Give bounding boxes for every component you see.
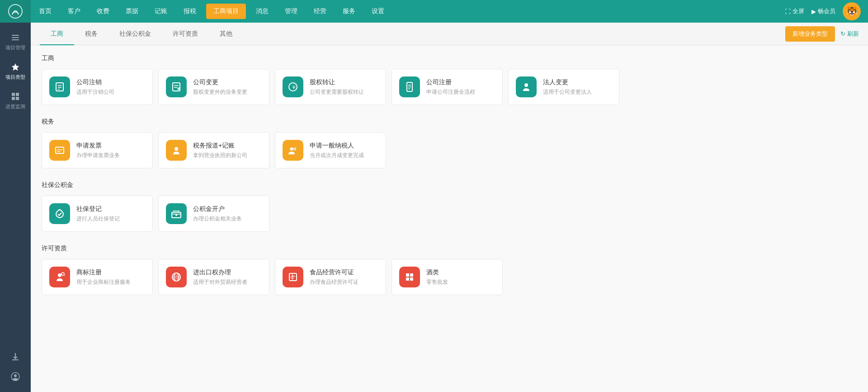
- svg-rect-7: [12, 97, 15, 100]
- card-desc: 适用于对外贸易经营者: [193, 278, 262, 286]
- card-icon-social: [49, 203, 70, 224]
- section-title-social: 社保公积金: [42, 181, 857, 189]
- card-icon-company-cancel: [49, 76, 70, 97]
- card-title: 公积金开户: [193, 205, 262, 213]
- card-desc: 办理食品经营许可证: [310, 278, 378, 286]
- business-cards: 公司注销 适用于注销公司 公司变更: [42, 69, 857, 105]
- card-trademark[interactable]: 商标注册 用于企业商标注册服务: [42, 259, 153, 295]
- nav-items: 首页 客户 收费 票据 记账 报税 工商项目 消息 管理 经营 服务 设置: [31, 0, 785, 23]
- card-desc: 办理公积金相关业务: [193, 215, 262, 223]
- card-title: 申请发票: [76, 142, 145, 150]
- svg-line-38: [64, 275, 65, 276]
- sidebar-item-project-type[interactable]: 项目类型: [0, 57, 31, 86]
- card-info-invoice: 申请发票 办理申请发票业务: [76, 142, 145, 159]
- card-legal-change[interactable]: 法人变更 适用于公司变更法人: [508, 69, 619, 105]
- vip-button[interactable]: ▶ 畅会员: [811, 7, 835, 15]
- card-icon-equity: ￥: [283, 76, 303, 97]
- sidebar-bottom: [7, 349, 24, 392]
- card-desc: 拿到营业执照的新公司: [193, 152, 262, 159]
- card-title: 食品经营许可证: [310, 268, 378, 277]
- card-icon-food: [283, 267, 303, 287]
- sidebar: 项目管理 项目类型 进度监测: [0, 23, 31, 392]
- sidebar-item-progress[interactable]: 进度监测: [0, 86, 31, 115]
- card-title: 股权转让: [310, 78, 378, 86]
- card-company-register[interactable]: 公司注册 申请公司注册全流程: [392, 69, 503, 105]
- section-title-tax: 税务: [42, 118, 857, 126]
- svg-rect-5: [12, 93, 15, 96]
- card-social-insurance[interactable]: 社保登记 进行人员社保登记: [42, 196, 153, 232]
- nav-customer[interactable]: 客户: [60, 0, 89, 23]
- svg-rect-48: [406, 273, 409, 277]
- svg-rect-2: [12, 37, 19, 38]
- card-food-license[interactable]: 食品经营许可证 办理食品经营许可证: [275, 259, 386, 295]
- card-equity-transfer[interactable]: ￥ 股权转让 公司变更需要股权转让: [275, 69, 386, 105]
- card-housing-fund[interactable]: 公积金开户 办理公积金相关业务: [158, 196, 269, 232]
- card-company-change[interactable]: 公司变更 股权变更外的业务变更: [158, 69, 269, 105]
- svg-point-31: [290, 148, 293, 151]
- card-title: 进出口权办理: [193, 268, 262, 277]
- svg-rect-3: [12, 39, 19, 40]
- license-cards: 商标注册 用于企业商标注册服务: [42, 259, 857, 295]
- download-icon[interactable]: [7, 349, 24, 365]
- svg-rect-6: [16, 93, 19, 96]
- fullscreen-icon: ⛶: [785, 8, 791, 15]
- card-info-trade: 进出口权办理 适用于对外贸易经营者: [193, 268, 262, 286]
- svg-rect-1: [12, 35, 19, 36]
- nav-home[interactable]: 首页: [31, 0, 60, 23]
- svg-point-36: [58, 273, 61, 277]
- card-general-taxpayer[interactable]: 申请一般纳税人 当月或次月成变更完成: [275, 132, 386, 168]
- card-alcohol[interactable]: 酒类 零售批发: [392, 259, 503, 295]
- scroll-content[interactable]: 工商 公司注销 适用于注销公司: [31, 45, 868, 392]
- svg-point-11: [14, 374, 17, 377]
- tab-business[interactable]: 工商: [40, 23, 74, 45]
- nav-service[interactable]: 服务: [335, 0, 363, 23]
- grid-icon: [10, 91, 20, 101]
- svg-point-19: [177, 87, 180, 90]
- nav-settings[interactable]: 设置: [363, 0, 392, 23]
- nav-business[interactable]: 工商项目: [206, 4, 246, 19]
- sidebar-item-project-manage[interactable]: 项目管理: [0, 27, 31, 57]
- nav-operation[interactable]: 经营: [306, 0, 335, 23]
- list-icon: [10, 33, 20, 43]
- user-face-icon[interactable]: [7, 368, 24, 385]
- refresh-icon: ↻: [840, 30, 845, 37]
- nav-message[interactable]: 消息: [248, 0, 277, 23]
- card-title: 商标注册: [76, 268, 145, 277]
- card-icon-legal: [516, 76, 537, 97]
- card-icon-taxpayer: [283, 140, 303, 161]
- tab-social-insurance[interactable]: 社保公积金: [108, 23, 162, 45]
- tab-license[interactable]: 许可资质: [162, 23, 209, 45]
- tab-tax[interactable]: 税务: [74, 23, 108, 45]
- svg-rect-8: [16, 97, 19, 100]
- card-tax-report[interactable]: 税务报道+记账 拿到营业执照的新公司: [158, 132, 269, 168]
- card-desc: 股权变更外的业务变更: [193, 88, 262, 96]
- svg-rect-50: [406, 277, 409, 281]
- tab-other[interactable]: 其他: [209, 23, 243, 45]
- nav-fee[interactable]: 收费: [89, 0, 118, 23]
- mascot-avatar[interactable]: 🐯: [843, 2, 861, 20]
- card-icon-register: [399, 76, 420, 97]
- nav-accounting[interactable]: 记账: [146, 0, 175, 23]
- social-cards: 社保登记 进行人员社保登记 公积金开户: [42, 196, 857, 232]
- fullscreen-button[interactable]: ⛶ 全屏: [785, 7, 804, 15]
- svg-rect-12: [56, 83, 63, 91]
- card-company-cancel[interactable]: 公司注销 适用于注销公司: [42, 69, 153, 105]
- section-title-business: 工商: [42, 54, 857, 62]
- star-icon: [10, 62, 20, 72]
- card-apply-invoice[interactable]: 申请发票 办理申请发票业务: [42, 132, 153, 168]
- nav-manage[interactable]: 管理: [277, 0, 306, 23]
- card-import-export[interactable]: 进出口权办理 适用于对外贸易经营者: [158, 259, 269, 295]
- nav-invoice[interactable]: 票据: [118, 0, 146, 23]
- nav-tax[interactable]: 报税: [175, 0, 204, 23]
- refresh-button[interactable]: ↻ 刷新: [840, 30, 859, 38]
- card-desc: 用于企业商标注册服务: [76, 278, 145, 286]
- card-icon-fund: [166, 203, 187, 224]
- card-info-trademark: 商标注册 用于企业商标注册服务: [76, 268, 145, 286]
- card-info-tax-report: 税务报道+记账 拿到营业执照的新公司: [193, 142, 262, 159]
- card-info-taxpayer: 申请一般纳税人 当月或次月成变更完成: [310, 142, 378, 159]
- new-type-button[interactable]: 新增业务类型: [785, 26, 835, 42]
- svg-point-26: [524, 83, 528, 87]
- card-desc: 申请公司注册全流程: [426, 88, 495, 96]
- card-title: 社保登记: [76, 205, 145, 213]
- card-title: 申请一般纳税人: [310, 142, 378, 150]
